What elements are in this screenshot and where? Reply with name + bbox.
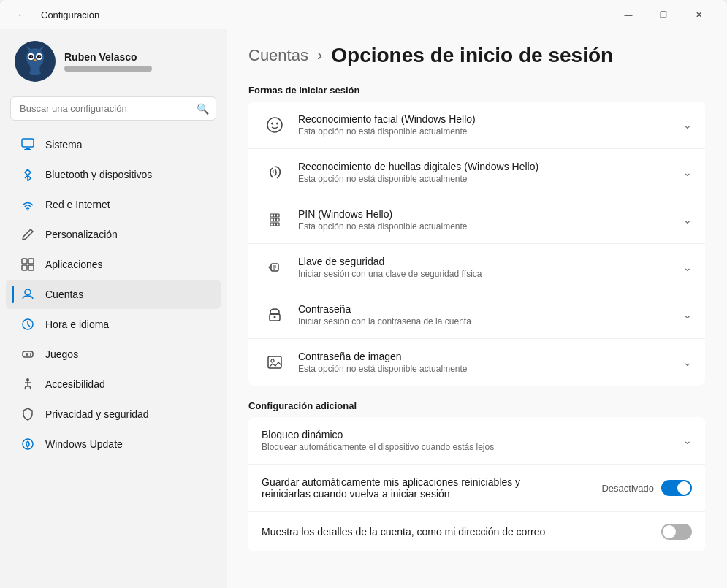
sidebar-item-red[interactable]: Red e Internet bbox=[6, 190, 221, 219]
svg-rect-19 bbox=[28, 259, 34, 264]
sidebar-item-hora[interactable]: Hora e idioma bbox=[6, 310, 221, 339]
hora-icon bbox=[20, 317, 35, 332]
pin-title: PIN (Windows Hello) bbox=[298, 208, 683, 220]
svg-rect-20 bbox=[22, 265, 27, 270]
settings-window: ← Configuración — ❐ ✕ bbox=[0, 0, 727, 588]
facial-title: Reconocimiento facial (Windows Hello) bbox=[298, 113, 683, 125]
facial-subtitle: Esta opción no está disponible actualmen… bbox=[298, 126, 683, 137]
section-signin-label: Formas de iniciar sesión bbox=[248, 85, 705, 96]
user-email-bar bbox=[64, 66, 152, 72]
sidebar-item-aplicaciones[interactable]: Aplicaciones bbox=[6, 250, 221, 279]
close-button[interactable]: ✕ bbox=[682, 3, 715, 26]
contrasena-text: Contraseña Iniciar sesión con la contras… bbox=[298, 303, 683, 327]
sidebar-item-privacidad[interactable]: Privacidad y seguridad bbox=[6, 400, 221, 429]
sidebar-item-accesibilidad-label: Accesibilidad bbox=[45, 378, 105, 390]
contrasena-title: Contraseña bbox=[298, 303, 683, 315]
imagen-text: Contraseña de imagen Esta opción no está… bbox=[298, 351, 683, 374]
section-additional-label: Configuración adicional bbox=[248, 400, 705, 411]
svg-rect-35 bbox=[270, 218, 273, 221]
sidebar-item-juegos[interactable]: Juegos bbox=[6, 340, 221, 369]
huellas-icon bbox=[262, 159, 288, 186]
minimize-button[interactable]: — bbox=[612, 3, 645, 26]
back-button[interactable]: ← bbox=[12, 4, 32, 25]
search-box: 🔍 bbox=[10, 96, 216, 121]
facial-text: Reconocimiento facial (Windows Hello) Es… bbox=[298, 113, 683, 137]
svg-point-7 bbox=[37, 55, 42, 59]
sidebar-item-windows-update[interactable]: Windows Update bbox=[6, 429, 221, 459]
detalles-title: Muestra los detalles de la cuenta, como … bbox=[262, 526, 563, 538]
option-huellas[interactable]: Reconocimiento de huellas digitales (Win… bbox=[248, 149, 705, 196]
user-name: Ruben Velasco bbox=[64, 51, 152, 63]
svg-point-27 bbox=[26, 378, 29, 381]
sidebar-item-bluetooth[interactable]: Bluetooth y dispositivos bbox=[6, 160, 221, 189]
svg-point-8 bbox=[39, 56, 41, 57]
imagen-chevron: ⌄ bbox=[683, 356, 692, 368]
guardar-toggle[interactable] bbox=[661, 480, 692, 496]
red-icon bbox=[20, 197, 35, 212]
option-contrasena[interactable]: Contraseña Iniciar sesión con la contras… bbox=[248, 291, 705, 339]
huellas-subtitle: Esta opción no está disponible actualmen… bbox=[298, 174, 683, 184]
breadcrumb-parent[interactable]: Cuentas bbox=[248, 46, 308, 65]
sidebar-item-juegos-label: Juegos bbox=[45, 348, 78, 360]
llave-icon bbox=[262, 254, 288, 280]
aplicaciones-icon bbox=[20, 257, 35, 272]
svg-rect-39 bbox=[273, 223, 276, 226]
maximize-button[interactable]: ❐ bbox=[647, 3, 680, 26]
sidebar-item-red-label: Red e Internet bbox=[45, 199, 110, 210]
svg-point-17 bbox=[27, 210, 28, 211]
sidebar-item-personalizacion[interactable]: Personalización bbox=[6, 220, 221, 249]
svg-point-43 bbox=[274, 316, 276, 318]
llave-text: Llave de seguridad Iniciar sesión con un… bbox=[298, 256, 683, 279]
sidebar-item-bluetooth-label: Bluetooth y dispositivos bbox=[45, 169, 152, 180]
pin-text: PIN (Windows Hello) Esta opción no está … bbox=[298, 208, 683, 232]
detalles-toggle[interactable] bbox=[661, 524, 692, 540]
personalizacion-icon bbox=[20, 227, 35, 242]
option-guardar[interactable]: Guardar automáticamente mis aplicaciones… bbox=[248, 465, 705, 512]
pin-icon bbox=[262, 207, 288, 233]
user-profile: Ruben Velasco bbox=[0, 29, 227, 96]
sidebar-item-accesibilidad[interactable]: Accesibilidad bbox=[6, 370, 221, 399]
sidebar-nav: Sistema Bluetooth y dispositivos Red e I… bbox=[0, 129, 227, 459]
detalles-text: Muestra los detalles de la cuenta, como … bbox=[262, 526, 563, 538]
windows-update-icon bbox=[20, 437, 35, 451]
svg-rect-38 bbox=[270, 223, 273, 226]
option-detalles[interactable]: Muestra los detalles de la cuenta, como … bbox=[248, 512, 705, 551]
titlebar: ← Configuración — ❐ ✕ bbox=[0, 0, 727, 29]
sidebar-item-windows-update-label: Windows Update bbox=[45, 438, 123, 450]
sidebar-item-cuentas[interactable]: Cuentas bbox=[6, 280, 221, 309]
svg-point-30 bbox=[271, 123, 273, 125]
svg-point-26 bbox=[30, 354, 31, 356]
llave-chevron: ⌄ bbox=[683, 261, 692, 273]
page-title: Opciones de inicio de sesión bbox=[331, 44, 613, 67]
imagen-subtitle: Esta opción no está disponible actualmen… bbox=[298, 364, 683, 374]
svg-point-25 bbox=[30, 353, 31, 354]
option-bloqueo[interactable]: Bloqueo dinámico Bloquear automáticament… bbox=[248, 417, 705, 465]
bloqueo-chevron: ⌄ bbox=[683, 435, 692, 446]
svg-point-29 bbox=[267, 118, 282, 132]
option-imagen[interactable]: Contraseña de imagen Esta opción no está… bbox=[248, 339, 705, 386]
pin-chevron: ⌄ bbox=[683, 214, 692, 226]
sidebar-item-privacidad-label: Privacidad y seguridad bbox=[45, 408, 149, 420]
search-input[interactable] bbox=[10, 96, 216, 121]
pin-subtitle: Esta opción no está disponible actualmen… bbox=[298, 221, 683, 232]
bloqueo-title: Bloqueo dinámico bbox=[262, 429, 683, 440]
svg-rect-34 bbox=[276, 214, 279, 217]
content-area: Ruben Velasco 🔍 Sistema bbox=[0, 29, 727, 588]
guardar-toggle-group: Desactivado bbox=[601, 480, 692, 496]
svg-point-4 bbox=[29, 55, 34, 59]
llave-title: Llave de seguridad bbox=[298, 256, 683, 267]
avatar bbox=[15, 41, 56, 82]
privacidad-icon bbox=[20, 407, 35, 421]
cuentas-icon bbox=[20, 287, 35, 302]
sistema-icon bbox=[20, 137, 35, 152]
sidebar-item-sistema[interactable]: Sistema bbox=[6, 130, 221, 159]
facial-icon bbox=[262, 112, 288, 138]
svg-rect-40 bbox=[276, 223, 279, 226]
option-llave[interactable]: Llave de seguridad Iniciar sesión con un… bbox=[248, 244, 705, 291]
svg-point-5 bbox=[31, 56, 32, 57]
contrasena-icon bbox=[262, 302, 288, 328]
option-pin[interactable]: PIN (Windows Hello) Esta opción no está … bbox=[248, 196, 705, 244]
option-facial[interactable]: Reconocimiento facial (Windows Hello) Es… bbox=[248, 102, 705, 149]
accesibilidad-icon bbox=[20, 377, 35, 392]
sidebar-item-aplicaciones-label: Aplicaciones bbox=[45, 259, 103, 270]
